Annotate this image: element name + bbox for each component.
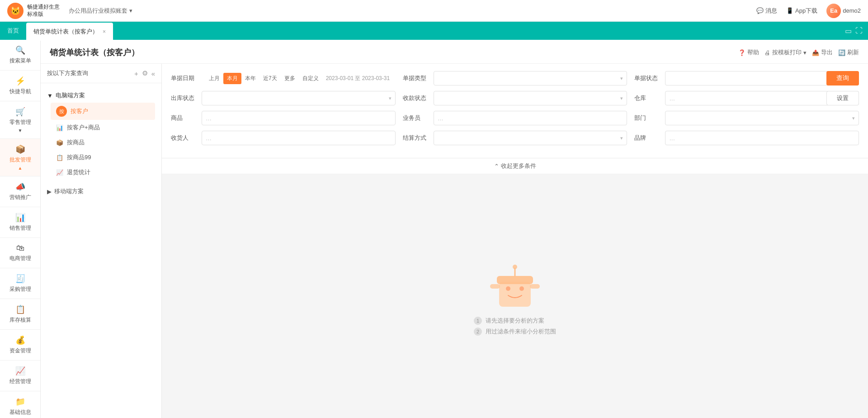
sidebar-label-ecommerce: 电商管理 — [9, 255, 31, 262]
filter-item-by-customer-goods[interactable]: 📊 按客户+商品 — [51, 120, 155, 135]
date-tab-this-month[interactable]: 本月 — [223, 73, 241, 84]
form-field-payment: 结算方式 ▾ — [403, 131, 627, 145]
sidebar-label-search: 搜索菜单 — [9, 57, 31, 65]
sidebar-item-ecommerce[interactable]: 🛍 电商管理 — [0, 238, 40, 268]
staff-label: 业务员 — [403, 114, 434, 122]
form-row-3: 商品 … 业务员 … 部门 — [171, 111, 859, 125]
filter-header-left: 按以下方案查询 — [47, 69, 88, 77]
sidebar-label-inventory: 库存核算 — [9, 316, 31, 324]
search-icon: 🔍 — [15, 45, 25, 55]
app-selector[interactable]: 办公用品行业模拟账套 ▾ — [65, 5, 136, 17]
goods-select[interactable]: … — [202, 111, 396, 125]
refresh-btn[interactable]: 🔄 刷新 — [838, 48, 859, 57]
date-tab-custom[interactable]: 自定义 — [299, 73, 322, 84]
svg-rect-6 — [490, 284, 500, 289]
type-select[interactable]: ▾ — [434, 71, 627, 86]
tab-active[interactable]: 销货单统计表（按客户） × — [26, 23, 113, 41]
payment-label: 结算方式 — [403, 134, 434, 142]
filter-item-by-goods99[interactable]: 📋 按商品99 — [51, 150, 155, 165]
form-field-warehouse: 仓库 … — [634, 91, 859, 105]
sidebar-label-sales: 销售管理 — [9, 224, 31, 232]
sidebar-item-retail[interactable]: 🛒 零售管理 ▼ — [0, 101, 40, 139]
template-print-btn[interactable]: 🖨 按模板打印 ▾ — [764, 48, 807, 57]
date-tab-last-month[interactable]: 上月 — [205, 73, 223, 84]
filter-header: 按以下方案查询 + ⚙ « — [41, 64, 161, 83]
staff-placeholder: … — [438, 115, 443, 122]
logo-icon: 🐱 — [7, 3, 24, 19]
sidebar: 🔍 搜索菜单 ⚡ 快捷导航 🛒 零售管理 ▼ 📦 批发管理 ▲ 📣 营销推广 📊… — [0, 40, 41, 418]
type-chevron-icon: ▾ — [620, 76, 623, 81]
collapse-panel-icon[interactable]: « — [151, 70, 155, 77]
tab-home[interactable]: 首页 — [0, 22, 26, 40]
sidebar-item-marketing[interactable]: 📣 营销推广 — [0, 176, 40, 207]
export-btn[interactable]: 📤 导出 — [812, 48, 833, 57]
out-select[interactable]: ▾ — [202, 91, 396, 105]
dept-select[interactable]: ▾ — [665, 111, 859, 125]
help-btn[interactable]: ❓ 帮助 — [738, 48, 759, 57]
filter-item-by-customer[interactable]: 按 按客户 — [51, 103, 155, 120]
help-label: 帮助 — [747, 48, 759, 57]
message-link[interactable]: 💬 消息 — [756, 7, 777, 15]
dept-label: 部门 — [634, 114, 665, 122]
sidebar-item-basic[interactable]: 📁 基础信息 — [0, 391, 40, 418]
sidebar-label-operations: 经营管理 — [9, 378, 31, 385]
out-chevron-icon: ▾ — [389, 95, 392, 101]
inventory-icon: 📋 — [15, 304, 25, 314]
empty-hint: 1 请先选择要分析的方案 2 用过滤条件来缩小分析范围 — [474, 317, 556, 336]
collapse-bar[interactable]: ⌃ 收起更多条件 — [162, 158, 868, 174]
sidebar-item-wholesale[interactable]: 📦 批发管理 ▲ — [0, 139, 40, 176]
filter-item-return-stats[interactable]: 📈 退货统计 — [51, 165, 155, 180]
page-title: 销货单统计表（按客户） — [50, 47, 139, 58]
form-row-4: 收货人 … 结算方式 ▾ — [171, 131, 859, 145]
date-tab-more[interactable]: 更多 — [281, 73, 299, 84]
topbar-left: 🐱 畅捷通好生意 标准版 办公用品行业模拟账套 ▾ — [7, 3, 136, 19]
payment-select[interactable]: ▾ — [434, 131, 627, 145]
sidebar-label-quicknav: 快捷导航 — [9, 88, 31, 95]
svg-point-5 — [513, 265, 517, 269]
sidebar-item-search[interactable]: 🔍 搜索菜单 — [0, 40, 40, 71]
desktop-group-arrow-icon: ▼ — [47, 92, 53, 99]
filter-item-by-goods[interactable]: 📦 按商品 — [51, 135, 155, 150]
staff-select[interactable]: … — [434, 111, 627, 125]
template-print-arrow-icon: ▾ — [803, 49, 807, 56]
settings-button[interactable]: 设置 — [826, 91, 859, 105]
svg-rect-0 — [499, 282, 531, 307]
tab-close-icon[interactable]: × — [103, 28, 106, 35]
collection-select[interactable]: ▾ — [434, 91, 627, 105]
operations-icon: 📈 — [15, 366, 25, 376]
receiver-select[interactable]: … — [202, 131, 396, 145]
filter-item-return-stats-label: 退货统计 — [67, 168, 90, 176]
mobile-group-title[interactable]: ▶ 移动端方案 — [47, 185, 155, 198]
collection-label: 收款状态 — [403, 94, 434, 102]
logo-text: 畅捷通好生意 标准版 — [27, 4, 60, 18]
user-area[interactable]: Ea demo2 — [826, 4, 861, 18]
filter-panel: 按以下方案查询 + ⚙ « ▼ 电脑端方案 — [41, 64, 162, 418]
mobile-group-label: 移动端方案 — [54, 187, 84, 195]
sidebar-item-quicknav[interactable]: ⚡ 快捷导航 — [0, 71, 40, 101]
sidebar-item-inventory[interactable]: 📋 库存核算 — [0, 299, 40, 330]
form-field-status: 单据状态 ▾ — [634, 71, 859, 86]
scheme-settings-icon[interactable]: ⚙ — [142, 69, 148, 77]
brand-select[interactable]: … — [665, 131, 859, 145]
brand-placeholder: … — [669, 135, 675, 142]
sidebar-item-sales[interactable]: 📊 销售管理 — [0, 207, 40, 238]
query-button[interactable]: 查询 — [826, 71, 859, 86]
add-scheme-icon[interactable]: + — [134, 70, 138, 77]
svg-rect-7 — [530, 284, 540, 289]
date-tab-7days[interactable]: 近7天 — [259, 73, 281, 84]
message-icon: 💬 — [756, 7, 764, 14]
app-download-link[interactable]: 📱 App下载 — [786, 7, 817, 15]
date-tab-this-year[interactable]: 本年 — [241, 73, 259, 84]
minimize-icon[interactable]: ▭ — [845, 27, 852, 35]
form-row-date: 单据日期 上月 本月 本年 近7天 更多 自定义 20 — [171, 71, 859, 86]
desktop-group-title[interactable]: ▼ 电脑端方案 — [47, 89, 155, 102]
logo-brand: 畅捷通好生意 — [27, 4, 60, 11]
marketing-icon: 📣 — [15, 182, 25, 192]
sidebar-item-finance[interactable]: 💰 资金管理 — [0, 330, 40, 361]
sidebar-item-purchase[interactable]: 🧾 采购管理 — [0, 268, 40, 299]
sidebar-item-operations[interactable]: 📈 经营管理 — [0, 361, 40, 391]
tabbar: 首页 销货单统计表（按客户） × ▭ ⛶ — [0, 22, 868, 40]
fullscreen-icon[interactable]: ⛶ — [855, 27, 863, 35]
chevron-down-icon: ▾ — [129, 7, 132, 14]
mobile-group-arrow-icon: ▶ — [47, 188, 52, 195]
